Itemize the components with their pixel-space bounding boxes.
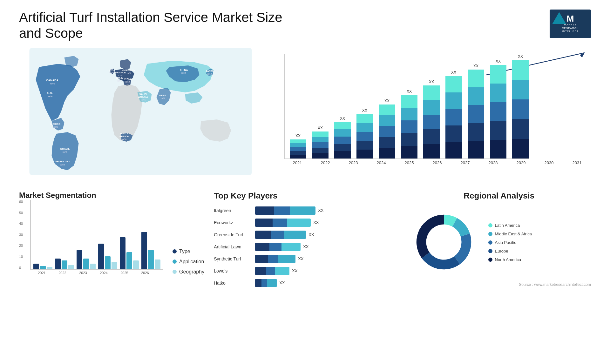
seg-bar	[68, 265, 74, 269]
region-label: Middle East & Africa	[495, 232, 532, 236]
player-xx: XX	[303, 244, 308, 249]
bar-segment	[490, 102, 506, 121]
bar-segment	[290, 155, 306, 158]
svg-text:ARABIA: ARABIA	[138, 96, 148, 98]
player-bar-seg	[287, 219, 311, 227]
bar-segment	[490, 140, 506, 158]
bar-segment	[490, 84, 506, 102]
source-text: Source : www.marketresearchintellect.com	[407, 282, 591, 287]
svg-text:SPAIN: SPAIN	[116, 77, 123, 79]
bar-x-label: 2028	[485, 160, 501, 165]
bar-group: XX	[423, 80, 440, 158]
bar-segment	[445, 109, 462, 125]
bar-stack	[312, 131, 329, 158]
region-label: North America	[495, 257, 521, 262]
seg-y-20: 20	[19, 244, 23, 247]
players-section: Top Key Players ItalgreenXXEcoworkzXXGre…	[214, 191, 397, 291]
seg-y-50: 50	[19, 211, 23, 215]
player-row: Artificial LawnXX	[214, 243, 397, 251]
svg-text:xx%: xx%	[63, 151, 67, 153]
svg-text:SOUTH: SOUTH	[120, 132, 129, 135]
player-row: ItalgreenXX	[214, 206, 397, 215]
region-legend-item: Asia Pacific	[488, 240, 532, 245]
bar-x-label: 2024	[373, 160, 390, 165]
regional-title: Regional Analysis	[407, 191, 591, 201]
donut-segment	[422, 252, 460, 269]
region-label: Asia Pacific	[495, 240, 516, 245]
bar-x-label: 2030	[541, 160, 557, 165]
seg-bar	[90, 264, 96, 269]
player-bar-seg	[255, 267, 266, 275]
bar-stack	[290, 139, 306, 158]
region-dot	[488, 232, 492, 236]
bar-segment	[468, 87, 484, 105]
bar-segment	[290, 139, 306, 143]
bar-segment	[334, 144, 351, 151]
seg-y-40: 40	[19, 222, 23, 226]
player-bar	[255, 255, 295, 263]
bar-xx-label: XX	[451, 70, 456, 75]
seg-bar-group	[120, 237, 139, 269]
bar-segment	[423, 115, 440, 129]
bar-segment	[290, 151, 306, 155]
bar-segment	[401, 120, 417, 133]
svg-text:xx%: xx%	[60, 163, 65, 166]
player-name: Italgreen	[214, 208, 252, 213]
player-name: Artificial Lawn	[214, 244, 252, 249]
bc-wrapper: XXXXXXXXXXXXXXXXXXXXXX	[275, 54, 591, 159]
bar-group: XX	[468, 64, 484, 158]
region-dot	[488, 249, 492, 253]
bar-x-label: 2023	[345, 160, 362, 165]
bar-segment	[290, 147, 306, 151]
bar-segment	[401, 108, 417, 120]
seg-bar	[33, 264, 39, 269]
bar-segment	[312, 148, 329, 153]
player-name: Ecoworkz	[214, 220, 252, 225]
bar-stack	[512, 60, 529, 158]
seg-bar	[133, 260, 139, 269]
segmentation-section: Market Segmentation 0 10 20 30 40 50 60	[19, 191, 204, 291]
svg-text:JAPAN: JAPAN	[206, 70, 214, 72]
bar-segment	[445, 76, 462, 92]
logo-triangle-icon	[552, 12, 566, 24]
donut-container	[407, 206, 480, 280]
player-xx: XX	[279, 280, 285, 285]
player-bar-wrap: XX	[255, 206, 397, 215]
player-xx: XX	[313, 220, 319, 225]
player-xx: XX	[292, 268, 297, 273]
svg-text:xx%: xx%	[160, 97, 165, 100]
seg-bar-group	[98, 244, 117, 269]
legend-type: Type	[173, 249, 204, 254]
bar-xx-label: XX	[473, 64, 478, 68]
player-bar-seg	[269, 243, 281, 251]
bar-group: XX	[512, 54, 529, 158]
region-dot	[488, 223, 492, 227]
bar-group: XX	[490, 59, 506, 158]
seg-bar	[112, 262, 117, 269]
seg-y-10: 10	[19, 255, 23, 259]
bar-segment	[468, 105, 484, 123]
seg-bar	[120, 237, 125, 269]
donut-chart-svg	[407, 206, 480, 279]
legend-geography: Geography	[173, 269, 204, 275]
bar-stack	[445, 76, 462, 158]
legend-geography-label: Geography	[179, 269, 204, 275]
bar-segment	[312, 153, 329, 158]
player-bar-seg	[268, 255, 278, 263]
player-bar-seg	[284, 231, 306, 239]
bar-stack	[468, 70, 484, 158]
bar-segment	[512, 80, 529, 99]
bar-segment	[356, 132, 373, 141]
seg-bar	[98, 244, 104, 269]
player-name: Lowe's	[214, 268, 252, 273]
bar-segment	[423, 144, 440, 158]
bar-stack	[490, 65, 506, 158]
bar-segment	[312, 131, 329, 137]
logo-area: M MARKETRESEARCHINTELLECT	[550, 10, 591, 38]
bar-xx-label: XX	[429, 80, 434, 84]
seg-bar	[148, 250, 154, 269]
bar-group: XX	[312, 126, 329, 158]
bar-xx-label: XX	[362, 108, 367, 113]
seg-x-label: 2025	[115, 271, 133, 275]
seg-bar	[155, 260, 160, 269]
